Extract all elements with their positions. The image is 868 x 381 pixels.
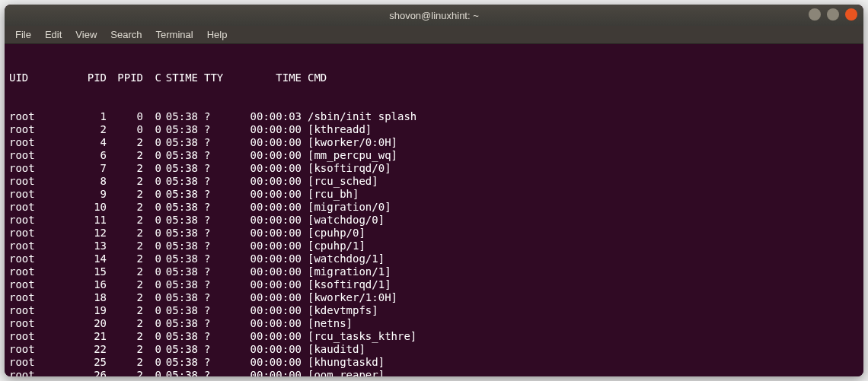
ps-c: 0 [143, 343, 161, 356]
ps-pid: 26 [64, 369, 107, 376]
ps-tty: ? [198, 369, 222, 376]
ps-ppid: 2 [107, 149, 143, 162]
ps-uid: root [9, 201, 64, 214]
ps-cmd: [rcu_tasks_kthre] [302, 330, 416, 343]
window-controls [809, 8, 857, 21]
ps-c: 0 [143, 110, 161, 123]
ps-stime: 05:38 [161, 188, 198, 201]
ps-stime: 05:38 [161, 356, 198, 369]
ps-row: root212005:38?00:00:00[rcu_tasks_kthre] [9, 330, 859, 343]
ps-pid: 21 [64, 330, 107, 343]
ps-cmd: [kthreadd] [302, 123, 372, 136]
ps-time: 00:00:00 [222, 356, 302, 369]
ps-cmd: [khungtaskd] [302, 356, 385, 369]
ps-ppid: 2 [107, 317, 143, 330]
ps-ppid: 2 [107, 369, 143, 376]
terminal-window: shovon@linuxhint: ~ File Edit View Searc… [5, 5, 863, 376]
menu-file[interactable]: File [9, 27, 37, 42]
ps-row: root222005:38?00:00:00[kauditd] [9, 343, 859, 356]
ps-rows: root10005:38?00:00:03/sbin/init splashro… [9, 110, 859, 376]
ps-row: root252005:38?00:00:00[khungtaskd] [9, 356, 859, 369]
ps-time: 00:00:00 [222, 201, 302, 214]
ps-uid: root [9, 252, 64, 265]
ps-row: root192005:38?00:00:00[kdevtmpfs] [9, 304, 859, 317]
ps-tty: ? [198, 317, 222, 330]
ps-time: 00:00:00 [222, 175, 302, 188]
hdr-ppid: PPID [107, 71, 143, 84]
ps-ppid: 2 [107, 278, 143, 291]
ps-uid: root [9, 265, 64, 278]
ps-stime: 05:38 [161, 291, 198, 304]
ps-cmd: [netns] [302, 317, 353, 330]
ps-stime: 05:38 [161, 265, 198, 278]
ps-stime: 05:38 [161, 175, 198, 188]
ps-row: root20005:38?00:00:00[kthreadd] [9, 123, 859, 136]
ps-uid: root [9, 214, 64, 227]
ps-pid: 7 [64, 162, 107, 175]
hdr-uid: UID [9, 71, 64, 84]
ps-time: 00:00:00 [222, 123, 302, 136]
ps-cmd: [kauditd] [302, 343, 365, 356]
ps-stime: 05:38 [161, 317, 198, 330]
ps-uid: root [9, 136, 64, 149]
ps-time: 00:00:00 [222, 317, 302, 330]
ps-stime: 05:38 [161, 149, 198, 162]
ps-cmd: [migration/0] [302, 201, 391, 214]
ps-pid: 15 [64, 265, 107, 278]
ps-row: root10005:38?00:00:03/sbin/init splash [9, 110, 859, 123]
ps-cmd: [rcu_bh] [302, 188, 359, 201]
ps-pid: 9 [64, 188, 107, 201]
ps-ppid: 0 [107, 110, 143, 123]
menu-view[interactable]: View [69, 27, 103, 42]
ps-tty: ? [198, 330, 222, 343]
ps-cmd: [cpuhp/0] [302, 227, 365, 240]
ps-cmd: /sbin/init splash [302, 110, 416, 123]
ps-ppid: 2 [107, 136, 143, 149]
ps-row: root82005:38?00:00:00[rcu_sched] [9, 175, 859, 188]
ps-time: 00:00:00 [222, 136, 302, 149]
ps-uid: root [9, 227, 64, 240]
ps-cmd: [rcu_sched] [302, 175, 378, 188]
ps-pid: 13 [64, 240, 107, 252]
ps-uid: root [9, 162, 64, 175]
ps-c: 0 [143, 291, 161, 304]
ps-pid: 6 [64, 149, 107, 162]
hdr-stime: STIME [161, 71, 198, 84]
ps-cmd: [migration/1] [302, 265, 391, 278]
hdr-pid: PID [64, 71, 107, 84]
ps-uid: root [9, 175, 64, 188]
ps-c: 0 [143, 252, 161, 265]
ps-uid: root [9, 291, 64, 304]
ps-row: root262005:38?00:00:00[oom_reaper] [9, 369, 859, 376]
ps-time: 00:00:00 [222, 227, 302, 240]
menu-terminal[interactable]: Terminal [150, 27, 199, 42]
ps-uid: root [9, 369, 64, 376]
ps-time: 00:00:00 [222, 188, 302, 201]
ps-c: 0 [143, 278, 161, 291]
ps-uid: root [9, 278, 64, 291]
ps-pid: 16 [64, 278, 107, 291]
maximize-button[interactable] [827, 8, 839, 21]
ps-tty: ? [198, 227, 222, 240]
ps-row: root102005:38?00:00:00[migration/0] [9, 201, 859, 214]
ps-time: 00:00:00 [222, 369, 302, 376]
close-button[interactable] [845, 8, 857, 21]
ps-pid: 4 [64, 136, 107, 149]
hdr-cmd: CMD [302, 71, 327, 84]
terminal-output[interactable]: UIDPIDPPIDCSTIMETTYTIMECMD root10005:38?… [5, 44, 863, 376]
ps-ppid: 2 [107, 343, 143, 356]
ps-c: 0 [143, 149, 161, 162]
ps-uid: root [9, 317, 64, 330]
titlebar[interactable]: shovon@linuxhint: ~ [5, 5, 863, 26]
ps-cmd: [kworker/0:0H] [302, 136, 397, 149]
window-title: shovon@linuxhint: ~ [389, 10, 479, 21]
ps-stime: 05:38 [161, 343, 198, 356]
menu-edit[interactable]: Edit [39, 27, 68, 42]
menu-search[interactable]: Search [104, 27, 148, 42]
ps-c: 0 [143, 356, 161, 369]
menu-help[interactable]: Help [201, 27, 234, 42]
ps-uid: root [9, 356, 64, 369]
minimize-button[interactable] [809, 8, 821, 21]
ps-row: root152005:38?00:00:00[migration/1] [9, 265, 859, 278]
ps-tty: ? [198, 188, 222, 201]
